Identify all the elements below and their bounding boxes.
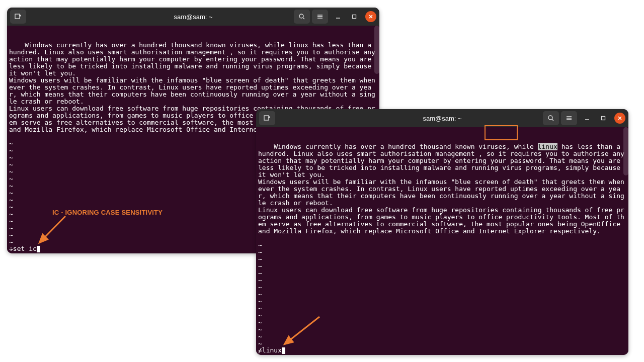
cursor [282,347,285,354]
terminal-text: Windows currently has over a hundred tho… [258,143,628,235]
command-line[interactable]: :set ic [9,245,40,252]
svg-line-18 [552,119,553,121]
svg-point-3 [299,14,303,18]
annotation-label: IC - IGNORING CASE SENSITIVITY [52,209,163,216]
titlebar[interactable]: sam@sam: ~ [7,8,379,26]
svg-rect-0 [15,14,20,19]
minimize-button[interactable] [581,112,593,124]
terminal-window-2: sam@sam: ~ Windows currently has over a … [256,109,628,355]
close-button[interactable] [365,11,376,22]
empty-lines: ~ ~ ~ ~ ~ ~ ~ ~ ~ ~ ~ ~ ~ ~ ~ ~ ~ ~ ~ [258,242,626,355]
maximize-button[interactable] [597,112,609,124]
new-tab-button[interactable] [10,10,26,24]
search-button[interactable] [543,111,559,125]
svg-rect-23 [602,117,605,120]
scrollbar-thumb[interactable] [623,127,628,175]
menu-button[interactable] [312,10,328,24]
command-line[interactable]: /linux [258,347,285,354]
svg-line-4 [303,18,304,19]
maximize-button[interactable] [348,11,360,23]
command-text: /linux [258,347,282,354]
new-tab-button[interactable] [259,111,275,125]
cursor [37,246,40,252]
svg-rect-9 [353,15,356,19]
terminal-viewport[interactable]: Windows currently has over a hundred tho… [256,127,628,355]
close-button[interactable] [614,113,625,124]
scrollbar-thumb[interactable] [374,26,379,74]
svg-rect-14 [264,116,269,120]
command-text: :set ic [9,245,37,252]
search-highlight: linux [538,143,557,150]
search-button[interactable] [294,10,310,24]
minimize-button[interactable] [332,11,344,23]
menu-button[interactable] [561,111,577,125]
svg-point-17 [548,116,552,120]
titlebar[interactable]: sam@sam: ~ [256,109,628,127]
